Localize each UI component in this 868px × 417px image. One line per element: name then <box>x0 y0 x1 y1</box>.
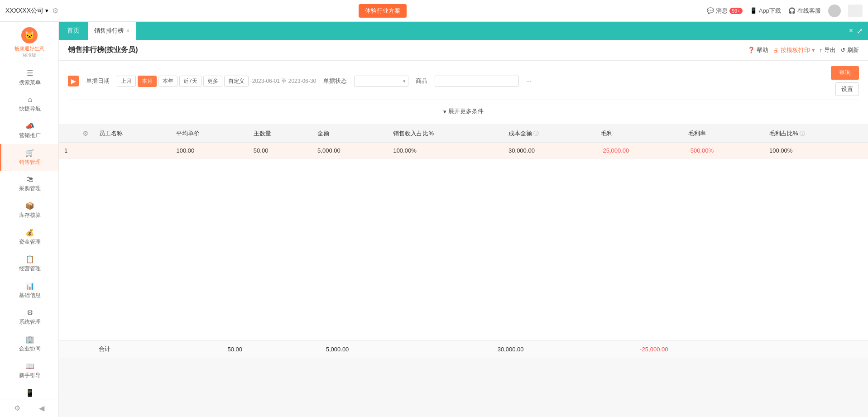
total-empty-1 <box>59 340 77 358</box>
date-btn-last-7-days[interactable]: 近7天 <box>179 76 201 87</box>
top-bar-left: XXXXXX公司 ▾ ⚙ <box>5 6 58 15</box>
sidebar-item-quick-nav[interactable]: ⌂ 快捷导航 <box>0 91 58 117</box>
th-settings[interactable]: ⚙ <box>77 125 94 143</box>
top-bar-right: 💬 消息 99+ 📱 App下载 🎧 在线客服 <box>707 5 863 17</box>
sidebar-item-marketing[interactable]: 📣 营销推广 <box>0 117 58 144</box>
export-action[interactable]: ↑ 导出 <box>820 46 836 54</box>
goods-input[interactable] <box>435 76 519 87</box>
data-table: ⚙ 员工名称 平均单价 主数量 全额 销售收入占比% 成本全额ⓘ 毛利 <box>59 125 868 159</box>
user-name-area[interactable] <box>848 5 863 17</box>
purchase-icon: 🛍 <box>26 175 34 183</box>
help-action[interactable]: ❓ 帮助 <box>748 46 768 54</box>
sidebar-item-system[interactable]: ⚙ 系统管理 <box>0 304 58 331</box>
headset-icon: 🎧 <box>788 7 796 14</box>
cost-info-icon[interactable]: ⓘ <box>533 130 539 137</box>
sidebar-item-operations[interactable]: 📋 经营管理 <box>0 250 58 277</box>
settings-button[interactable]: 设置 <box>835 82 859 96</box>
sidebar-item-apps[interactable]: 📱 应用中心 <box>0 384 58 399</box>
date-btn-current-year[interactable]: 本年 <box>158 76 177 87</box>
tab-close-icon[interactable]: × <box>126 28 129 34</box>
message-item[interactable]: 💬 消息 99+ <box>707 7 743 15</box>
total-empty-2 <box>77 340 93 358</box>
experience-button[interactable]: 体验行业方案 <box>359 4 407 18</box>
company-selector[interactable]: XXXXXX公司 ▾ <box>5 7 48 15</box>
cell-sales-pct: 100.00% <box>388 143 503 159</box>
tab-bar: 首页 销售排行榜 × × ⤢ <box>59 22 868 40</box>
sidebar-item-inventory[interactable]: 📦 库存核算 <box>0 197 58 224</box>
sidebar-item-label: 企业协同 <box>19 345 41 353</box>
gross-pct-info-icon[interactable]: ⓘ <box>800 130 805 137</box>
cell-employee-name <box>94 143 171 159</box>
filter-right-btns: 查询 设置 <box>831 66 859 96</box>
date-btn-last-month[interactable]: 上月 <box>117 76 136 87</box>
online-service-item[interactable]: 🎧 在线客服 <box>788 7 821 15</box>
sales-icon: 🛒 <box>25 149 34 157</box>
tab-maximize-icon[interactable]: ⤢ <box>857 27 863 35</box>
tab-sales-ranking[interactable]: 销售排行榜 × <box>88 22 136 40</box>
date-btn-custom[interactable]: 自定义 <box>224 76 249 87</box>
col-settings-icon[interactable]: ⚙ <box>82 129 88 137</box>
sidebar-collapse-icon[interactable]: ◀ <box>39 404 44 412</box>
sidebar-item-enterprise[interactable]: 🏢 企业协同 <box>0 331 58 357</box>
table-body: 1 100.00 50.00 5,000.00 100.00% 30,000.0… <box>59 143 868 159</box>
refresh-label: 刷新 <box>847 46 859 54</box>
guide-icon: 📖 <box>25 362 34 370</box>
query-button[interactable]: 查询 <box>831 66 859 80</box>
content-area: 首页 销售排行榜 × × ⤢ 销售排行榜(按业务员) <box>59 22 868 417</box>
inventory-icon: 📦 <box>25 201 34 210</box>
refresh-action[interactable]: ↺ 刷新 <box>840 46 859 54</box>
message-icon: 💬 <box>707 7 714 14</box>
search-menu-icon: ☰ <box>27 69 33 77</box>
total-sales-pct <box>450 340 492 358</box>
home-icon: ⌂ <box>28 96 32 104</box>
tab-home[interactable]: 首页 <box>59 22 88 40</box>
sidebar-item-label: 搜索菜单 <box>19 79 41 86</box>
finance-icon: 💰 <box>25 228 34 237</box>
sidebar-item-label: 库存核算 <box>19 211 41 219</box>
sidebar-item-sales[interactable]: 🛒 销售管理 <box>0 144 58 171</box>
cell-avg-price: 100.00 <box>171 143 248 159</box>
table-header: ⚙ 员工名称 平均单价 主数量 全额 销售收入占比% 成本全额ⓘ 毛利 <box>59 125 868 143</box>
main-area: 🐱 畅康通好生意 标准版 ☰ 搜索菜单 ⌂ 快捷导航 📣 营销推广 � <box>0 22 868 417</box>
help-label: 帮助 <box>757 46 768 54</box>
th-amount: 全额 <box>312 125 388 143</box>
filter-collapse-button[interactable]: ▶ <box>68 76 79 86</box>
app-download-item[interactable]: 📱 App下载 <box>750 7 781 15</box>
page-title: 销售排行榜(按业务员) <box>68 45 138 55</box>
settings-icon[interactable]: ⚙ <box>52 6 58 15</box>
top-bar-center: 体验行业方案 <box>58 4 707 18</box>
expand-more-button[interactable]: ▾ 展开更多条件 <box>443 105 484 117</box>
total-label: 合计 <box>93 340 180 358</box>
total-gross-pct <box>826 340 868 358</box>
sidebar: 🐱 畅康通好生意 标准版 ☰ 搜索菜单 ⌂ 快捷导航 📣 营销推广 � <box>0 22 59 417</box>
sidebar-item-basic[interactable]: 📊 基础信息 <box>0 277 58 304</box>
filter-more-icon[interactable]: ··· <box>526 77 532 85</box>
sidebar-item-search[interactable]: ☰ 搜索菜单 <box>0 64 58 91</box>
date-btn-more[interactable]: 更多 <box>203 76 222 87</box>
total-row-area: 合计 50.00 5,000.00 30,000.00 -25,000.00 <box>59 340 868 358</box>
th-quantity: 主数量 <box>248 125 312 143</box>
print-action[interactable]: 🖨 按模板打印 ▾ <box>773 46 815 54</box>
cell-gross: -25,000.00 <box>595 143 683 159</box>
top-bar: XXXXXX公司 ▾ ⚙ 体验行业方案 💬 消息 99+ 📱 App下载 🎧 在… <box>0 0 868 22</box>
sidebar-item-label: 资金管理 <box>19 238 41 246</box>
th-gross: 毛利 <box>595 125 683 143</box>
apps-icon: 📱 <box>25 388 34 397</box>
sidebar-settings-icon[interactable]: ⚙ <box>14 404 20 412</box>
date-btn-current-month[interactable]: 本月 <box>138 76 157 87</box>
sidebar-item-purchase[interactable]: 🛍 采购管理 <box>0 171 58 197</box>
sidebar-item-finance[interactable]: 💰 资金管理 <box>0 224 58 250</box>
sidebar-item-guide[interactable]: 📖 新手引导 <box>0 357 58 384</box>
tab-close-window-icon[interactable]: × <box>849 27 853 35</box>
status-select[interactable] <box>354 76 408 87</box>
sidebar-item-label: 营销推广 <box>19 132 41 139</box>
filter-area: ▶ 单据日期 上月 本月 本年 近7天 更多 自定义 2023-06-01 至 … <box>59 61 868 125</box>
tab-label: 销售排行榜 <box>94 27 124 35</box>
sidebar-item-label: 采购管理 <box>19 185 41 192</box>
sidebar-item-label: 新手引导 <box>19 372 41 379</box>
app-download-label: App下载 <box>759 7 781 15</box>
online-service-label: 在线客服 <box>797 7 821 15</box>
company-name: XXXXXX公司 <box>5 7 43 15</box>
user-avatar[interactable] <box>828 5 841 17</box>
page-header: 销售排行榜(按业务员) ❓ 帮助 🖨 按模板打印 ▾ ↑ <box>59 40 868 61</box>
